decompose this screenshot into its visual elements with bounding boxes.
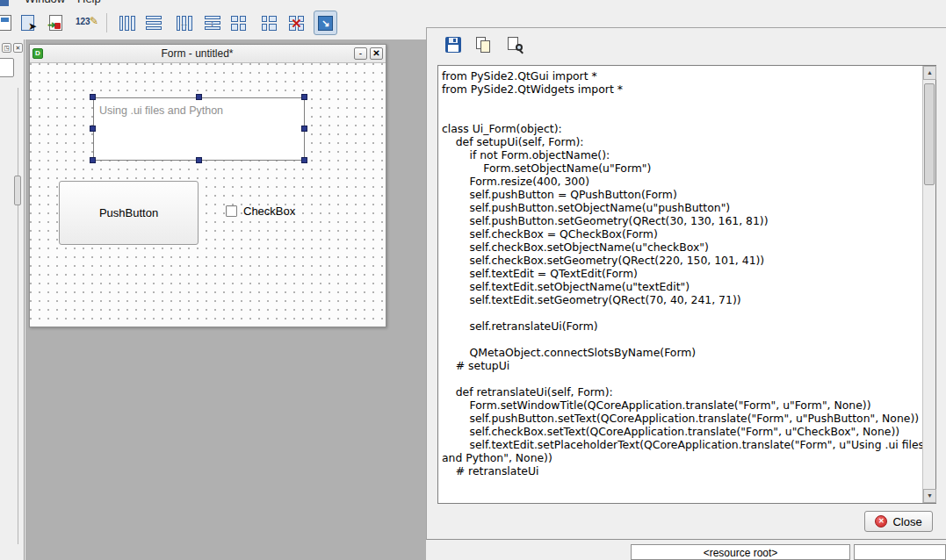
selection-handle-bottom-center[interactable] [196,157,202,163]
find-icon[interactable] [504,34,525,55]
resource-browser-fragment: <resource root> [631,544,946,560]
close-circle-icon: ✕ [875,515,887,528]
resource-side-panel [854,544,946,560]
form-window-titlebar[interactable]: D Form - untitled* - ✕ [30,45,386,63]
selection-handle-middle-left[interactable] [90,126,96,132]
layout-horizontal-icon[interactable] [115,11,139,35]
save-icon[interactable] [443,34,464,55]
copy-icon[interactable] [473,34,495,55]
break-layout-icon[interactable]: ✕ [285,11,308,35]
selection-handle-middle-right[interactable] [301,126,307,132]
layout-vertical-icon[interactable] [141,11,165,35]
panel-scrollbar-thumb[interactable] [14,176,21,205]
edit-tab-order-icon[interactable]: 123✎ [72,11,100,35]
toolbar-separator [106,13,107,32]
close-dialog-button[interactable]: ✕ Close [864,511,933,532]
filter-input-fragment[interactable] [0,58,14,77]
edit-widgets-icon[interactable]: ➤ [16,11,40,35]
dock-float-icon[interactable]: ◳ [2,43,11,53]
layout-horizontal-splitter-icon[interactable]: ↔ [172,11,196,35]
adjust-size-icon[interactable]: ↘ [314,11,337,35]
textedit-widget[interactable]: Using .ui files and Python [93,97,305,161]
widget-box-panel-fragment: ◳ ✕ [0,39,25,560]
resource-root-item[interactable]: <resource root> [631,544,850,560]
vertical-scrollbar[interactable]: ▲ ▼ [922,66,935,503]
checkbox-indicator[interactable] [226,205,237,217]
close-button-label: Close [892,515,921,528]
layout-vertical-splitter-icon[interactable]: ↕ [200,11,224,35]
menubar-icon-fragment [0,0,9,6]
document-fragment-icon[interactable] [0,11,17,35]
pushbutton-widget[interactable]: PushButton [59,181,199,245]
selection-handle-bottom-left[interactable] [90,157,96,163]
checkbox-widget[interactable]: CheckBox [226,205,295,218]
mdi-workspace: D Form - untitled* - ✕ Using .ui files a… [25,39,426,560]
scroll-up-icon[interactable]: ▲ [923,66,936,80]
code-text[interactable]: from PySide2.QtGui import * from PySide2… [438,66,922,503]
close-button[interactable]: ✕ [370,47,383,60]
menu-window[interactable]: Window [25,0,65,5]
form-designer-window: D Form - untitled* - ✕ Using .ui files a… [29,44,386,327]
code-dialog-toolbar [443,33,525,56]
view-code-dialog: from PySide2.QtGui import * from PySide2… [426,27,946,540]
selection-handle-top-right[interactable] [301,94,307,100]
minimize-button[interactable]: - [354,47,367,60]
form-window-title: Form - untitled* [43,47,351,60]
textedit-placeholder: Using .ui files and Python [99,104,223,117]
panel-scrollbar-track[interactable] [18,88,18,544]
form-window-icon: D [32,48,43,59]
menubar: Window Help [0,0,425,7]
checkbox-label: CheckBox [243,205,295,218]
layout-grid-icon[interactable] [227,11,250,35]
scrollbar-thumb[interactable] [924,83,935,185]
scroll-down-icon[interactable]: ▼ [923,489,936,503]
selection-handle-bottom-right[interactable] [301,157,307,163]
form-canvas[interactable]: Using .ui files and Python PushButton Ch… [30,63,386,327]
layout-form-icon[interactable] [257,11,281,35]
dock-close-icon[interactable]: ✕ [13,43,23,53]
edit-signals-slots-icon[interactable]: ➜ [44,11,68,35]
selection-handle-top-left[interactable] [90,94,96,100]
menu-help[interactable]: Help [77,0,101,5]
selection-handle-top-center[interactable] [196,94,202,100]
code-viewer[interactable]: from PySide2.QtGui import * from PySide2… [437,65,936,504]
app-toolbar: ➤ ➜ 123✎ ↔ ↕ ✕ ↘ [0,7,425,39]
